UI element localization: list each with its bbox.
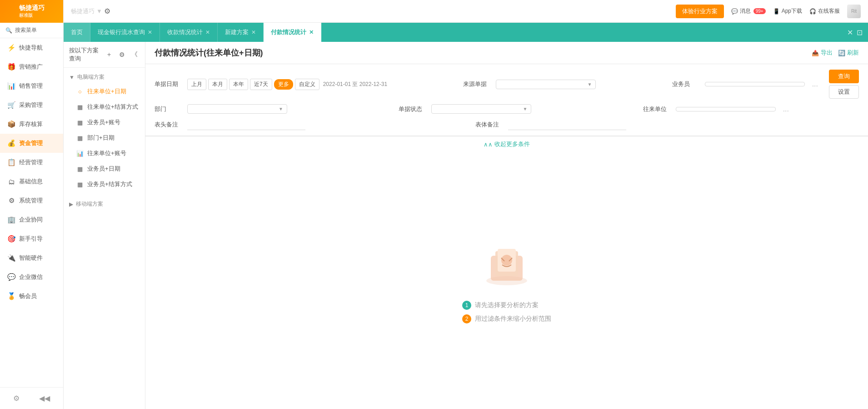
tab-close-new-scheme[interactable]: ✕ <box>251 29 256 35</box>
close-window-btn[interactable]: ✕ <box>847 28 853 37</box>
sidebar-item-purchase[interactable]: 🛒采购管理 <box>0 96 63 115</box>
tab-new-scheme[interactable]: 新建方案✕ <box>218 23 264 42</box>
bill-status-arrow: ▼ <box>523 106 527 111</box>
message-btn[interactable]: 💬 消息 99+ <box>731 7 766 15</box>
bill-status-select[interactable]: ▼ <box>431 104 531 114</box>
counterpart-dots-btn[interactable]: ... <box>783 105 789 113</box>
sidebar-item-enterprise[interactable]: 🏢企业协同 <box>0 210 63 229</box>
tab-payment-stats[interactable]: 付款情况统计✕ <box>264 23 321 42</box>
date-range-display: 2022-01-01 至 2022-12-31 <box>323 81 387 88</box>
tab-label-bank-flow: 现金银行流水查询 <box>98 28 145 36</box>
sidebar-item-inventory[interactable]: 📦库存核算 <box>0 115 63 134</box>
source-bill-select[interactable]: ▼ <box>496 80 596 89</box>
scheme-item-counterpart-settle[interactable]: ▦往来单位+结算方式 <box>64 99 145 115</box>
tab-home[interactable]: 首页 <box>64 23 90 42</box>
collapse-sidebar-btn[interactable]: ◀◀ <box>36 391 53 405</box>
scheme-mobile-title[interactable]: ▶ 移动端方案 <box>64 197 145 211</box>
counterpart-select[interactable] <box>676 107 776 111</box>
scheme-item-dept-date[interactable]: ▦部门+日期 <box>64 130 145 146</box>
sidebar-item-system[interactable]: ⚙系统管理 <box>0 191 63 210</box>
sidebar-item-sales[interactable]: 📊销售管理 <box>0 76 63 96</box>
scheme-item-salesperson-date[interactable]: ▦业务员+日期 <box>64 161 145 177</box>
sidebar-item-quick-nav[interactable]: ⚡快捷导航 <box>0 38 63 57</box>
settings-filter-btn[interactable]: 设置 <box>829 85 859 99</box>
date-this-year-btn[interactable]: 本年 <box>229 79 248 90</box>
salesperson-select[interactable] <box>705 82 805 86</box>
message-badge: 99+ <box>753 8 766 14</box>
add-scheme-btn[interactable]: ＋ <box>104 50 114 60</box>
trial-btn[interactable]: 体验行业方案 <box>676 5 724 18</box>
header-note-input[interactable] <box>187 119 305 130</box>
logo-subtitle: 标准版 <box>19 12 45 19</box>
tab-close-bank-flow[interactable]: ✕ <box>148 29 152 35</box>
scheme-icon-counterpart-account: 📊 <box>76 150 84 157</box>
desktop-collapse-icon: ▼ <box>69 74 75 81</box>
tab-receivable-stats[interactable]: 收款情况统计✕ <box>160 23 218 42</box>
export-btn[interactable]: 📤 导出 <box>812 49 833 57</box>
maximize-btn[interactable]: ⊡ <box>857 28 863 37</box>
sidebar-item-hardware[interactable]: 🔌智能硬件 <box>0 248 63 268</box>
scheme-item-salesperson-settle[interactable]: ▦业务员+结算方式 <box>64 177 145 192</box>
scheme-mobile-group: ▶ 移动端方案 <box>64 195 145 213</box>
scheme-header-title: 按以下方案查询 <box>69 46 104 63</box>
sidebar-label-purchase: 采购管理 <box>19 101 43 109</box>
refresh-btn[interactable]: 🔄 刷新 <box>838 49 859 57</box>
sidebar-item-finance[interactable]: 💰资金管理 <box>0 134 63 153</box>
date-last-7days-btn[interactable]: 近7天 <box>250 79 272 90</box>
collapse-scheme-btn[interactable]: 《 <box>130 50 140 60</box>
sidebar-label-operation: 经营管理 <box>19 158 43 167</box>
user-avatar[interactable]: Rit <box>847 5 861 18</box>
scheme-icon-counterpart-settle: ▦ <box>76 103 84 111</box>
content-area: 付款情况统计(往来单位+日期) 📤 导出 🔄 刷新 单据日期 <box>145 42 868 409</box>
scheme-item-salesperson-account[interactable]: ▦业务员+账号 <box>64 115 145 130</box>
scheme-settings-btn[interactable]: ⚙ <box>117 50 127 60</box>
breadcrumb-separator: ▼ <box>96 8 102 15</box>
collapse-conditions-btn[interactable]: ∧∧ 收起更多条件 <box>145 136 868 152</box>
sidebar-icon-operation: 📋 <box>7 158 15 167</box>
scheme-label-salesperson-settle: 业务员+结算方式 <box>87 180 132 188</box>
topbar-settings-icon[interactable]: ⚙ <box>104 7 110 15</box>
sidebar-bottom: ⚙ ◀◀ <box>0 387 63 409</box>
scheme-desktop-title[interactable]: ▼ 电脑端方案 <box>64 71 145 84</box>
scheme-icon-salesperson-settle: ▦ <box>76 181 84 188</box>
scheme-item-counterpart-date[interactable]: ○往来单位+日期 <box>64 84 145 99</box>
sidebar-item-marketing[interactable]: 🎁营销推广 <box>0 57 63 76</box>
header-note-label: 表头备注 <box>155 121 180 129</box>
date-custom-btn[interactable]: 自定义 <box>295 79 319 90</box>
customer-service-label: 在线客服 <box>818 7 840 15</box>
sidebar-item-member[interactable]: 🏅畅会员 <box>0 287 63 306</box>
date-this-month-btn[interactable]: 本月 <box>208 79 227 90</box>
settings-bottom-icon[interactable]: ⚙ <box>10 391 22 405</box>
empty-tip-1: 1 请先选择要分析的方案 <box>462 301 551 310</box>
tab-bank-flow[interactable]: 现金银行流水查询✕ <box>90 23 160 42</box>
tip-text-1: 请先选择要分析的方案 <box>475 301 539 309</box>
page-header: 付款情况统计(往来单位+日期) 📤 导出 🔄 刷新 <box>145 42 868 64</box>
tab-label-home: 首页 <box>71 28 83 36</box>
tab-close-payment-stats[interactable]: ✕ <box>309 29 314 35</box>
sidebar-item-operation[interactable]: 📋经营管理 <box>0 153 63 172</box>
scheme-icon-salesperson-account: ▦ <box>76 119 84 126</box>
date-more-btn[interactable]: 更多 <box>274 79 293 90</box>
tab-bar: 首页现金银行流水查询✕收款情况统计✕新建方案✕付款情况统计✕✕⊡ <box>64 23 868 42</box>
dept-select[interactable]: ▼ <box>187 104 287 114</box>
sidebar-logo: 畅捷通巧 标准版 <box>0 0 63 23</box>
scheme-header: 按以下方案查询 ＋ ⚙ 《 <box>64 42 145 68</box>
salesperson-dots-btn[interactable]: ... <box>812 80 818 88</box>
sidebar-item-wechat[interactable]: 💬企业微信 <box>0 268 63 287</box>
empty-illustration <box>479 237 534 293</box>
body-note-input[interactable] <box>508 119 626 130</box>
query-btn[interactable]: 查询 <box>829 70 859 83</box>
app-download-btn[interactable]: 📱 App下载 <box>773 7 802 15</box>
sidebar-item-guide[interactable]: 🎯新手引导 <box>0 229 63 248</box>
customer-service-btn[interactable]: 🎧 在线客服 <box>809 7 840 15</box>
refresh-icon: 🔄 <box>838 50 845 56</box>
sidebar-label-quick-nav: 快捷导航 <box>19 44 43 52</box>
page-content: 按以下方案查询 ＋ ⚙ 《 ▼ 电脑端方案 ○往来单位+日期▦往来单位+结算方式… <box>64 42 868 409</box>
sidebar-item-basic[interactable]: 🗂基础信息 <box>0 172 63 191</box>
search-menu[interactable]: 🔍 搜索菜单 <box>0 23 63 38</box>
tab-close-receivable-stats[interactable]: ✕ <box>205 29 210 35</box>
tip-num-2: 2 <box>462 314 471 323</box>
date-last-month-btn[interactable]: 上月 <box>187 79 206 90</box>
scheme-item-counterpart-account[interactable]: 📊往来单位+账号 <box>64 146 145 161</box>
tab-label-receivable-stats: 收款情况统计 <box>167 28 203 36</box>
